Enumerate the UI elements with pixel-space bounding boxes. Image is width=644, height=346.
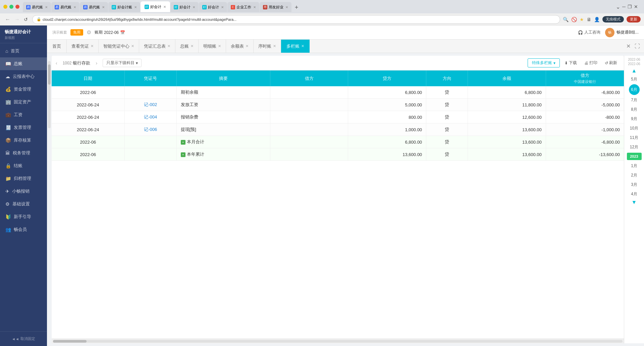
tab-balance-close[interactable]: ✕: [246, 44, 249, 48]
expand-pane-icon[interactable]: ⛶: [633, 42, 641, 51]
user-menu[interactable]: 畅 畅捷通B组...: [605, 28, 639, 37]
month-nav-item-7[interactable]: 7月: [627, 96, 642, 104]
browser-tab-4[interactable]: 好 好会计账 ✕: [108, 2, 140, 12]
incognito-icon[interactable]: 🚫: [571, 17, 577, 22]
sidebar-item-home[interactable]: ⌂ 首页: [0, 45, 47, 57]
sidebar-item-expense[interactable]: ✈ 小畅报销: [0, 185, 47, 198]
tab-dropdown-btn[interactable]: ⌄: [616, 4, 620, 10]
month-nav-item-2023-1[interactable]: 1月: [627, 161, 642, 170]
tab-general[interactable]: 总账 ✕: [175, 40, 199, 53]
cell-voucher[interactable]: 记-006: [124, 123, 176, 136]
search-icon[interactable]: 🔍: [563, 17, 569, 22]
month-nav-scroll-down[interactable]: ▼: [632, 199, 637, 205]
window-close-btn[interactable]: ✕: [634, 4, 638, 9]
profile-icon[interactable]: 👤: [594, 17, 600, 22]
sidebar-item-tax[interactable]: 🏛 税务管理: [0, 147, 47, 159]
sidebar-item-guide[interactable]: 🔰 新手引导: [0, 210, 47, 223]
settings-gear-icon[interactable]: ⚙: [87, 29, 91, 36]
tab8-close[interactable]: ✕: [253, 5, 256, 9]
browser-tab-9[interactable]: 用 用友好业 ✕: [260, 2, 291, 12]
voucher-link[interactable]: 记-006: [144, 127, 157, 132]
topbar-badge[interactable]: 免用: [70, 29, 83, 36]
sidebar-item-archive[interactable]: 📁 归档管理: [0, 172, 47, 185]
browser-tab-5[interactable]: 好 好会计 ✕: [141, 1, 170, 12]
consult-btn[interactable]: 🎧 人工咨询: [578, 30, 600, 35]
tab3-close[interactable]: ✕: [102, 5, 105, 9]
cell-voucher[interactable]: 记-004: [124, 111, 176, 123]
tab4-close[interactable]: ✕: [134, 5, 137, 9]
download-btn[interactable]: ⬇ 下载: [562, 59, 580, 67]
unpin-btn[interactable]: ◄◄ 取消固定: [0, 334, 47, 343]
sidebar-item-salary[interactable]: 💼 工资: [0, 108, 47, 121]
month-nav-item-10[interactable]: 10月: [627, 124, 642, 133]
tab-seq[interactable]: 序时账 ✕: [254, 40, 281, 53]
tab-smart-close[interactable]: ✕: [131, 44, 134, 48]
month-nav-item-2023-2[interactable]: 2月: [627, 171, 642, 180]
calendar-icon[interactable]: 📅: [120, 30, 125, 35]
account-prev-btn[interactable]: ‹: [56, 60, 57, 66]
voucher-link[interactable]: 记-004: [144, 114, 157, 119]
no-trace-btn[interactable]: 无痕模式: [602, 16, 624, 22]
sidebar-item-close[interactable]: 🔒 结账: [0, 159, 47, 172]
sidebar-item-fund[interactable]: 💰 资金管理: [0, 83, 47, 96]
month-nav-item-9[interactable]: 9月: [627, 114, 642, 123]
tab-multi-close[interactable]: ✕: [301, 44, 304, 48]
window-controls[interactable]: [0, 5, 23, 9]
scroll-thumb[interactable]: [53, 340, 87, 343]
window-minimize-btn[interactable]: ─: [622, 4, 626, 9]
tab6-close[interactable]: ✕: [193, 5, 195, 9]
tab-detail-close[interactable]: ✕: [218, 44, 221, 48]
month-nav-item-5[interactable]: 5月: [627, 75, 642, 84]
address-bar[interactable]: 🔒 cloud2.chanjet.com/accounting/uh26t264…: [32, 15, 560, 24]
refresh-btn[interactable]: ↺ 刷新: [602, 59, 620, 67]
tab-voucher[interactable]: 查看凭证 ✕: [67, 40, 99, 53]
tab-voucher-close[interactable]: ✕: [91, 44, 94, 48]
tab-home[interactable]: 首页: [47, 40, 67, 53]
close-btn[interactable]: [15, 5, 19, 9]
forward-btn[interactable]: →: [13, 16, 21, 23]
back-btn[interactable]: ←: [3, 16, 12, 23]
maximize-btn[interactable]: [9, 5, 13, 9]
browser-icon[interactable]: 🖥: [587, 17, 591, 22]
voucher-link[interactable]: 记-002: [144, 102, 157, 107]
month-nav-item-2023-4[interactable]: 4月: [627, 190, 642, 198]
browser-tab-7[interactable]: 好 好会计 ✕: [199, 2, 227, 12]
tab-detail[interactable]: 明细账 ✕: [199, 40, 226, 53]
tab-smart[interactable]: 智能凭证中心 ✕: [99, 40, 139, 53]
sidebar-item-cloud[interactable]: ☁ 云报表中心: [0, 70, 47, 83]
browser-tab-2[interactable]: 易 易代账 ✕: [51, 2, 79, 12]
tab2-close[interactable]: ✕: [73, 5, 76, 9]
update-btn[interactable]: 更新: [627, 16, 641, 22]
sidebar-item-assets[interactable]: 🏢 固定资产: [0, 96, 47, 108]
browser-tab-3[interactable]: 易 易代账 ✕: [80, 2, 108, 12]
left-scrollbar[interactable]: [48, 61, 51, 128]
month-nav-item-8[interactable]: 8月: [627, 105, 642, 114]
tab5-close[interactable]: ✕: [163, 5, 166, 9]
tab-general-close[interactable]: ✕: [191, 44, 194, 48]
bookmark-icon[interactable]: ★: [580, 17, 584, 22]
browser-tab-1[interactable]: 易 易代账 ✕: [23, 2, 51, 12]
cell-voucher[interactable]: 记-002: [124, 99, 176, 111]
new-tab-btn[interactable]: +: [292, 3, 301, 12]
browser-tab-8[interactable]: C 企业工作 ✕: [227, 2, 259, 12]
month-nav-scroll-up[interactable]: ▲: [632, 68, 637, 74]
browser-tab-6[interactable]: 好 好会计 ✕: [170, 2, 199, 12]
sidebar-item-member[interactable]: 👥 畅会员: [0, 223, 47, 236]
minimize-btn[interactable]: [3, 5, 7, 9]
tab-summary[interactable]: 凭证汇总表 ✕: [139, 40, 175, 53]
tab-seq-close[interactable]: ✕: [273, 44, 276, 48]
sidebar-item-general[interactable]: 📖 总账: [0, 57, 47, 70]
tab-balance[interactable]: 余额表 ✕: [226, 40, 254, 53]
tab1-close[interactable]: ✕: [45, 5, 48, 9]
month-nav-year-2023[interactable]: 2023: [627, 153, 642, 160]
window-restore-btn[interactable]: ❐: [628, 4, 632, 9]
close-pane-icon[interactable]: ✕: [625, 42, 632, 51]
sidebar-item-settings[interactable]: ⚙ 基础设置: [0, 198, 47, 210]
filter-dropdown[interactable]: 只显示下级科目 ▾: [103, 59, 142, 67]
tab-multi[interactable]: 多栏账 ✕: [281, 40, 310, 53]
month-nav-item-11[interactable]: 11月: [627, 133, 642, 142]
tab-summary-close[interactable]: ✕: [167, 44, 170, 48]
bottom-scrollbar[interactable]: [52, 339, 624, 343]
account-next-btn[interactable]: ›: [96, 60, 97, 66]
month-nav-item-12[interactable]: 12月: [627, 143, 642, 151]
